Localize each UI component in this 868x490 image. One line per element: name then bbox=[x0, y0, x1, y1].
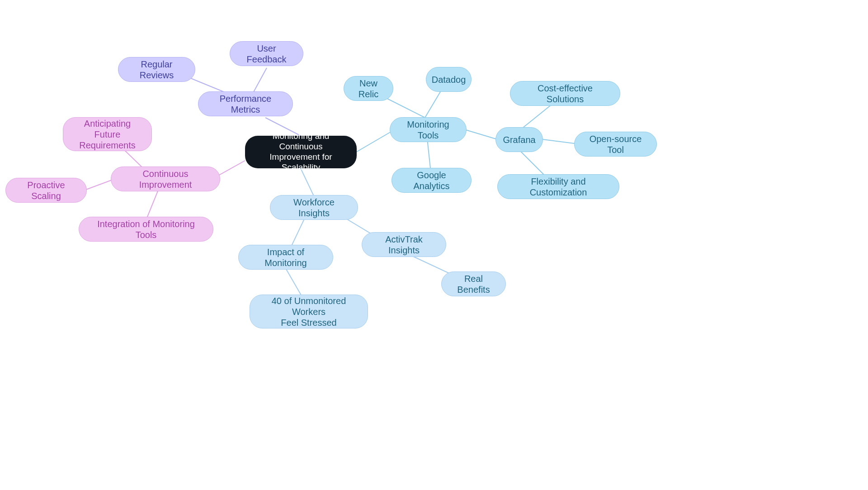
node-anticipating[interactable]: Anticipating Future Requirements bbox=[63, 117, 152, 151]
node-performance-metrics[interactable]: Performance Metrics bbox=[198, 91, 293, 116]
node-label: Google Analytics bbox=[401, 170, 462, 191]
node-user-feedback[interactable]: User Feedback bbox=[230, 41, 303, 66]
node-flexibility[interactable]: Flexibility and Customization bbox=[497, 174, 619, 199]
node-label: Open-source Tool bbox=[584, 133, 647, 155]
node-monitoring-tools[interactable]: Monitoring Tools bbox=[390, 117, 467, 142]
node-label: Grafana bbox=[503, 134, 535, 145]
node-label: Cost-effective Solutions bbox=[519, 83, 611, 105]
node-label: Anticipating Future Requirements bbox=[72, 118, 142, 151]
node-google-analytics[interactable]: Google Analytics bbox=[392, 168, 472, 193]
node-label: Continuous Improvement bbox=[120, 168, 211, 190]
node-workforce-insights[interactable]: Workforce Insights bbox=[270, 195, 358, 220]
node-label: Regular Reviews bbox=[127, 59, 186, 81]
node-label: Impact of Monitoring bbox=[248, 247, 324, 268]
node-open-source[interactable]: Open-source Tool bbox=[574, 132, 657, 157]
node-label: Workforce Insights bbox=[279, 197, 349, 219]
node-label: Performance Metrics bbox=[208, 93, 283, 115]
svg-line-10 bbox=[253, 68, 267, 93]
node-label: Real Benefits bbox=[451, 273, 496, 295]
root-node[interactable]: Monitoring and Continuous Improvement fo… bbox=[245, 136, 357, 168]
root-label: Monitoring and Continuous Improvement fo… bbox=[254, 131, 348, 172]
svg-line-0 bbox=[356, 130, 394, 152]
node-label: User Feedback bbox=[239, 43, 294, 65]
node-grafana[interactable]: Grafana bbox=[495, 127, 543, 152]
node-real-benefits[interactable]: Real Benefits bbox=[441, 271, 506, 296]
node-label: New Relic bbox=[353, 78, 384, 100]
node-label: Datadog bbox=[432, 74, 466, 85]
svg-line-6 bbox=[542, 139, 578, 144]
node-proactive-scaling[interactable]: Proactive Scaling bbox=[5, 178, 87, 203]
mindmap-canvas: Monitoring and Continuous Improvement fo… bbox=[0, 0, 868, 490]
node-label: Flexibility and Customization bbox=[507, 176, 610, 198]
node-impact-monitoring[interactable]: Impact of Monitoring bbox=[238, 245, 333, 270]
node-continuous-improvement[interactable]: Continuous Improvement bbox=[111, 167, 220, 191]
svg-line-4 bbox=[466, 130, 497, 139]
node-new-relic[interactable]: New Relic bbox=[344, 76, 393, 101]
node-datadog[interactable]: Datadog bbox=[426, 67, 472, 92]
node-label: Integration of Monitoring Tools bbox=[88, 219, 204, 240]
node-cost-effective[interactable]: Cost-effective Solutions bbox=[510, 81, 620, 106]
node-label: 40 of Unmonitored Workers Feel Stressed bbox=[259, 295, 359, 328]
node-integration[interactable]: Integration of Monitoring Tools bbox=[79, 217, 213, 242]
node-label: Monitoring Tools bbox=[399, 119, 457, 141]
node-activtrak[interactable]: ActivTrak Insights bbox=[362, 232, 446, 257]
node-label: Proactive Scaling bbox=[15, 180, 77, 201]
node-forty-unmonitored[interactable]: 40 of Unmonitored Workers Feel Stressed bbox=[250, 295, 368, 328]
node-regular-reviews[interactable]: Regular Reviews bbox=[118, 57, 195, 82]
node-label: ActivTrak Insights bbox=[371, 234, 437, 256]
